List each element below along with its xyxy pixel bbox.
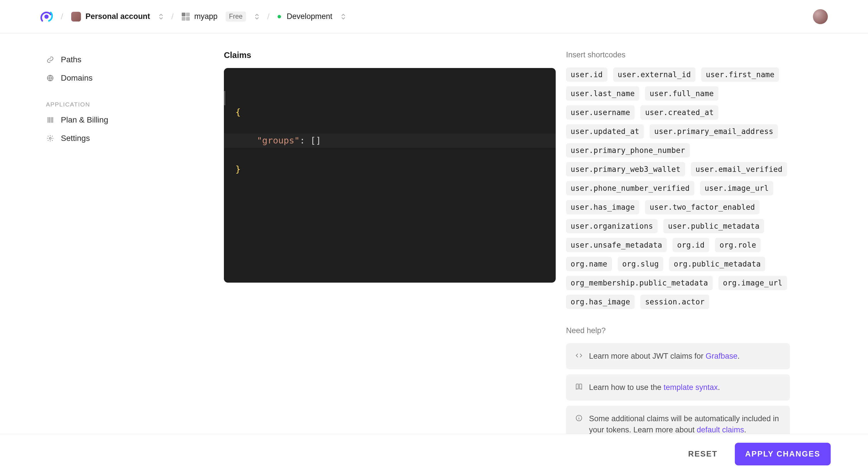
globe-icon: [46, 74, 55, 82]
main-content: Claims { "groups": [] } Insert shortcode…: [144, 33, 868, 474]
shortcode-chip[interactable]: user.created_at: [640, 105, 718, 120]
shortcode-chip-list: user.iduser.external_iduser.first_nameus…: [566, 67, 790, 309]
gear-icon: [46, 134, 55, 143]
shortcode-chip[interactable]: org.role: [715, 238, 761, 252]
shortcode-chip[interactable]: session.actor: [640, 295, 709, 309]
shortcode-chip[interactable]: user.primary_email_address: [650, 124, 778, 138]
shortcode-chip[interactable]: user.full_name: [645, 86, 718, 101]
apply-changes-button[interactable]: APPLY CHANGES: [735, 443, 831, 465]
info-icon: [575, 414, 583, 422]
code-icon: [575, 352, 583, 359]
app-icon: [182, 12, 190, 21]
sidebar-item-label: Paths: [61, 55, 82, 64]
shortcode-chip[interactable]: org.slug: [618, 257, 663, 271]
status-dot-icon: [278, 15, 281, 19]
help-card-grafbase[interactable]: Learn more about JWT claims for Grafbase…: [566, 343, 790, 369]
user-avatar[interactable]: [813, 9, 828, 24]
shortcode-chip[interactable]: org.has_image: [566, 295, 634, 309]
claims-editor[interactable]: { "groups": [] }: [224, 68, 556, 283]
environment-label: Development: [287, 12, 332, 21]
svg-point-0: [44, 14, 49, 19]
sidebar-item-paths[interactable]: Paths: [46, 51, 132, 69]
shortcode-chip[interactable]: org.id: [673, 238, 709, 252]
shortcode-chip[interactable]: user.two_factor_enabled: [645, 200, 760, 214]
help-text: Learn more about JWT claims for Grafbase…: [589, 351, 740, 362]
sidebar-item-label: Settings: [61, 134, 90, 143]
app-switcher[interactable]: myapp Free: [182, 11, 259, 22]
account-switcher[interactable]: Personal account: [71, 12, 163, 22]
shortcode-chip[interactable]: org_membership.public_metadata: [566, 276, 713, 290]
help-link[interactable]: default claims: [696, 425, 744, 434]
editor-gutter-highlight: [224, 91, 225, 105]
shortcode-chip[interactable]: user.phone_number_verified: [566, 181, 694, 195]
footer-bar: RESET APPLY CHANGES: [0, 434, 868, 474]
shortcode-chip[interactable]: user.first_name: [701, 67, 779, 82]
sidebar-item-domains[interactable]: Domains: [46, 69, 132, 87]
reset-button[interactable]: RESET: [688, 450, 718, 459]
shortcode-chip[interactable]: user.unsafe_metadata: [566, 238, 667, 252]
environment-switcher[interactable]: Development: [278, 12, 346, 21]
sidebar-item-label: Domains: [61, 73, 92, 83]
shortcode-chip[interactable]: org.image_url: [718, 276, 787, 290]
claims-title: Claims: [224, 51, 556, 60]
shortcode-chip[interactable]: user.updated_at: [566, 124, 644, 138]
link-icon: [46, 55, 55, 64]
shortcode-chip[interactable]: user.organizations: [566, 219, 658, 233]
app-name: myapp: [194, 12, 218, 21]
shortcode-chip[interactable]: org.public_metadata: [669, 257, 765, 271]
shortcode-chip[interactable]: user.primary_web3_wallet: [566, 162, 685, 177]
svg-point-2: [50, 137, 51, 139]
chevron-updown-icon: [341, 13, 346, 20]
sidebar-item-settings[interactable]: Settings: [46, 129, 132, 148]
shortcode-chip[interactable]: user.image_url: [700, 181, 773, 195]
help-card-template-syntax[interactable]: Learn how to use the template syntax.: [566, 374, 790, 401]
shortcode-chip[interactable]: user.public_metadata: [663, 219, 764, 233]
shortcode-chip[interactable]: user.id: [566, 67, 608, 82]
chevron-updown-icon: [159, 13, 163, 20]
sidebar-section-application: APPLICATION: [46, 101, 132, 108]
account-label: Personal account: [86, 12, 150, 21]
logo[interactable]: [40, 10, 53, 23]
help-text: Learn how to use the template syntax.: [589, 382, 720, 393]
help-link[interactable]: Grafbase: [706, 352, 737, 360]
plan-icon: [46, 116, 55, 124]
book-icon: [575, 383, 583, 390]
help-text: Some additional claims will be automatic…: [589, 413, 781, 436]
shortcode-chip[interactable]: user.email_verified: [691, 162, 787, 177]
sidebar-item-plan-billing[interactable]: Plan & Billing: [46, 111, 132, 129]
breadcrumb-sep: /: [61, 12, 63, 21]
shortcode-chip[interactable]: user.has_image: [566, 200, 639, 214]
shortcode-chip[interactable]: user.primary_phone_number: [566, 143, 690, 158]
shortcode-chip[interactable]: user.external_id: [613, 67, 695, 82]
top-bar: / Personal account / myapp Free / Develo…: [0, 0, 868, 33]
clerk-logo-icon: [40, 10, 53, 23]
help-title: Need help?: [566, 326, 790, 335]
shortcode-chip[interactable]: org.name: [566, 257, 612, 271]
sidebar: Paths Domains APPLICATION Plan & Billing…: [0, 33, 144, 474]
plan-badge: Free: [226, 11, 246, 22]
sidebar-item-label: Plan & Billing: [61, 115, 108, 125]
breadcrumb-sep: /: [267, 12, 270, 21]
shortcode-chip[interactable]: user.last_name: [566, 86, 639, 101]
help-link[interactable]: template syntax: [663, 383, 718, 392]
shortcodes-title: Insert shortcodes: [566, 51, 790, 59]
account-avatar: [71, 12, 81, 22]
chevron-updown-icon: [255, 13, 259, 20]
shortcode-chip[interactable]: user.username: [566, 105, 634, 120]
breadcrumb-sep: /: [172, 12, 174, 21]
